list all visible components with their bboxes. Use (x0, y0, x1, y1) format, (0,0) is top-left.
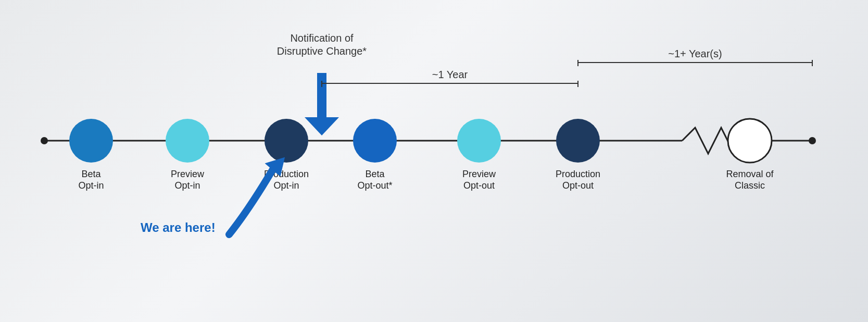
removal-node (728, 119, 772, 163)
beta-optout-label-2: Opt-out* (357, 180, 392, 191)
preview-optin-label-2: Opt-in (174, 180, 200, 191)
svg-point-3 (809, 137, 816, 144)
notification-arrow (305, 117, 339, 135)
beta-optout-label-1: Beta (365, 169, 385, 179)
bracket-1plus-year-label: ~1+ Year(s) (668, 48, 722, 59)
production-optout-node (556, 119, 600, 163)
prod-optout-label-1: Production (556, 169, 600, 179)
diagram-container: Beta Opt-in Preview Opt-in Production Op… (0, 0, 868, 322)
we-are-here-arrow-shaft (229, 164, 276, 234)
we-are-here-label: We are here! (141, 220, 216, 234)
removal-label-1: Removal of (726, 169, 774, 179)
notification-label-2: Disruptive Change* (277, 45, 367, 57)
removal-label-2: Classic (735, 180, 765, 191)
preview-optout-label-2: Opt-out (463, 180, 495, 191)
preview-optout-label-1: Preview (462, 169, 496, 179)
beta-optin-node (69, 119, 113, 163)
production-optin-node (265, 119, 308, 163)
beta-optin-label-1: Beta (81, 169, 101, 179)
preview-optin-node (166, 119, 209, 163)
bracket-1year-label: ~1 Year (432, 69, 468, 80)
prod-optin-label-2: Opt-in (273, 180, 299, 191)
preview-optout-node (457, 119, 501, 163)
notification-label-1: Notification of (290, 32, 354, 44)
beta-optout-node (353, 119, 397, 163)
beta-optin-label-2: Opt-in (78, 180, 104, 191)
prod-optout-label-2: Opt-out (562, 180, 594, 191)
preview-optin-label-1: Preview (171, 169, 205, 179)
svg-point-2 (41, 137, 48, 144)
